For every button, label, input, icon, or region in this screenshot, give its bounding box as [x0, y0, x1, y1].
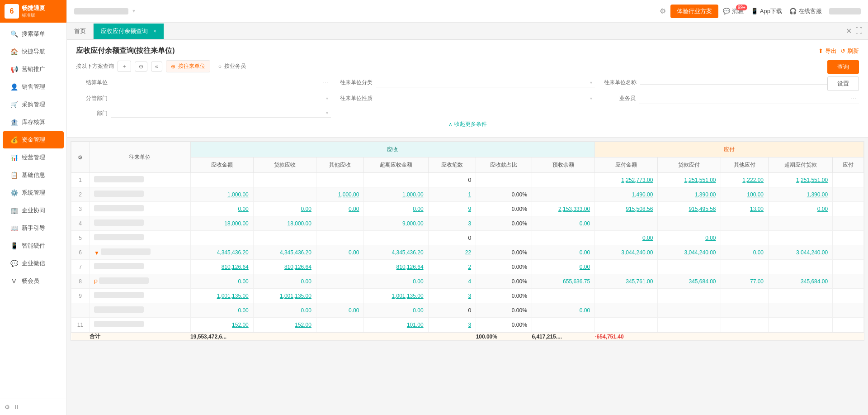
data-cell[interactable]: 1,252,773.00: [595, 173, 658, 187]
data-cell[interactable]: 0.00: [316, 303, 363, 318]
data-cell[interactable]: 3: [428, 216, 476, 231]
sidebar-item-operations[interactable]: 📊 经营管理: [3, 149, 64, 166]
online-service-btn[interactable]: 🎧 在线客服: [789, 7, 822, 15]
sidebar-item-inventory[interactable]: 🏦 库存核算: [3, 114, 64, 131]
data-cell[interactable]: 1,490.00: [595, 187, 658, 202]
data-cell[interactable]: 0.00: [364, 274, 428, 289]
data-cell[interactable]: 915,495.56: [658, 202, 721, 216]
data-cell[interactable]: 18,000.00: [190, 216, 253, 231]
counterpart-name-input[interactable]: [640, 81, 859, 85]
data-cell[interactable]: 1,001,135.00: [190, 289, 253, 303]
counterpart-nature-input[interactable]: ▾: [376, 94, 595, 103]
data-cell[interactable]: 100.00: [721, 187, 768, 202]
data-cell[interactable]: 0.00: [190, 202, 253, 216]
data-cell[interactable]: 0.00: [253, 303, 316, 318]
total-recv-amount[interactable]: 19,553,472,6...: [190, 332, 253, 340]
sidebar-item-corp-collab[interactable]: 🏢 企业协同: [3, 202, 64, 219]
filter-settings-btn[interactable]: ⊙: [135, 62, 147, 72]
export-button[interactable]: ⬆ 导出: [818, 47, 837, 55]
data-cell[interactable]: 0.00: [721, 245, 768, 260]
data-cell[interactable]: 810,126.64: [190, 260, 253, 274]
data-cell[interactable]: 0.00: [253, 202, 316, 216]
data-cell[interactable]: 1,000.00: [316, 187, 363, 202]
settings-gear-icon[interactable]: ⚙: [660, 7, 666, 15]
collapse-btn[interactable]: ∧ 收起更多条件: [76, 118, 859, 131]
sidebar-item-corp-wechat[interactable]: 💬 企业微信: [3, 255, 64, 272]
data-cell[interactable]: 810,126.64: [253, 260, 316, 274]
data-cell[interactable]: 18,000.00: [253, 216, 316, 231]
footer-settings-btn[interactable]: ⚙: [5, 404, 10, 410]
data-cell[interactable]: 0.00: [595, 231, 658, 245]
data-cell[interactable]: 0.00: [769, 202, 833, 216]
data-cell[interactable]: 152.00: [190, 318, 253, 333]
query-button[interactable]: 查询: [827, 60, 859, 74]
table-settings-icon[interactable]: ⚙: [78, 154, 83, 161]
data-cell[interactable]: 1,001,135.00: [253, 289, 316, 303]
data-cell[interactable]: 1,001,135.00: [364, 289, 428, 303]
data-cell[interactable]: 2: [428, 260, 476, 274]
dept-manager-input[interactable]: ▾: [111, 94, 331, 103]
tab-expand-icon[interactable]: ⛶: [855, 27, 863, 35]
filter-collapse-scheme-btn[interactable]: «: [151, 62, 162, 72]
data-cell[interactable]: 3,044,240.00: [658, 245, 721, 260]
data-cell[interactable]: 0.00: [532, 303, 594, 318]
data-cell[interactable]: 0.00: [532, 260, 594, 274]
settings-button[interactable]: 设置: [827, 76, 859, 91]
sidebar-item-search-menu[interactable]: 🔍 搜索菜单: [3, 25, 64, 43]
refresh-button[interactable]: ↺ 刷新: [840, 47, 859, 55]
data-cell[interactable]: 3: [428, 289, 476, 303]
salesman-input[interactable]: ···: [639, 93, 859, 104]
data-cell[interactable]: 1,251,551.00: [769, 173, 833, 187]
filter-add-btn[interactable]: ＋: [118, 61, 131, 72]
data-cell[interactable]: 3,044,240.00: [769, 245, 833, 260]
data-cell[interactable]: 9,000.00: [364, 216, 428, 231]
sidebar-item-beginner[interactable]: 📖 新手引导: [3, 219, 64, 237]
data-cell[interactable]: 345,684.00: [769, 274, 833, 289]
sidebar-item-sys-mgmt[interactable]: ⚙️ 系统管理: [3, 184, 64, 201]
data-cell[interactable]: 101.00: [364, 318, 428, 333]
tab-home[interactable]: 首页: [67, 24, 94, 39]
data-cell[interactable]: 345,761.00: [595, 274, 658, 289]
tab-close-window-icon[interactable]: ✕: [846, 27, 852, 35]
data-cell[interactable]: 1,000.00: [190, 187, 253, 202]
data-cell[interactable]: 0.00: [658, 231, 721, 245]
data-cell[interactable]: 0.00: [253, 274, 316, 289]
data-cell[interactable]: 0.00: [532, 245, 594, 260]
data-cell[interactable]: 4,345,436.20: [253, 245, 316, 260]
data-cell[interactable]: 0.00: [190, 303, 253, 318]
app-download-btn[interactable]: 📱 App下载: [751, 7, 782, 15]
data-cell[interactable]: 9: [428, 202, 476, 216]
data-cell[interactable]: 0.00: [532, 216, 594, 231]
tab-current[interactable]: 应收应付余额查询 ×: [94, 24, 164, 39]
data-cell[interactable]: 0.00: [364, 303, 428, 318]
data-cell[interactable]: 4: [428, 274, 476, 289]
settlement-unit-input[interactable]: ···: [111, 77, 331, 88]
data-cell[interactable]: 4,345,436.20: [190, 245, 253, 260]
data-cell[interactable]: 2,153,333.00: [532, 202, 594, 216]
data-cell[interactable]: 3: [428, 318, 476, 333]
data-cell[interactable]: 1,390.00: [769, 187, 833, 202]
data-cell[interactable]: 345,684.00: [658, 274, 721, 289]
scheme-by-unit[interactable]: ⊕ 按往来单位: [166, 60, 210, 72]
data-cell[interactable]: 1: [428, 187, 476, 202]
data-cell[interactable]: 22: [428, 245, 476, 260]
data-cell[interactable]: 77.00: [721, 274, 768, 289]
data-cell[interactable]: 1,000.00: [364, 187, 428, 202]
data-cell[interactable]: 810,126.64: [364, 260, 428, 274]
data-cell[interactable]: 0.00: [190, 274, 253, 289]
sidebar-item-purchase[interactable]: 🛒 采购管理: [3, 96, 64, 113]
user-info[interactable]: [829, 8, 861, 15]
data-cell[interactable]: 152.00: [253, 318, 316, 333]
data-cell[interactable]: 3,044,240.00: [595, 245, 658, 260]
data-cell[interactable]: 0.00: [316, 245, 363, 260]
data-cell[interactable]: 4,345,436.20: [364, 245, 428, 260]
scheme-by-salesman[interactable]: ○ 按业务员: [214, 61, 250, 72]
sidebar-item-vip[interactable]: V 畅会员: [3, 272, 64, 290]
data-cell[interactable]: 915,508.56: [595, 202, 658, 216]
data-cell[interactable]: 655,636.75: [532, 274, 594, 289]
message-btn[interactable]: 💬 消息 99+: [723, 7, 744, 15]
data-cell[interactable]: 1,390.00: [658, 187, 721, 202]
counterpart-category-input[interactable]: ▾: [376, 78, 595, 87]
footer-collapse-btn[interactable]: ⏸: [14, 404, 19, 410]
sidebar-item-marketing[interactable]: 📢 营销推广: [3, 61, 64, 78]
